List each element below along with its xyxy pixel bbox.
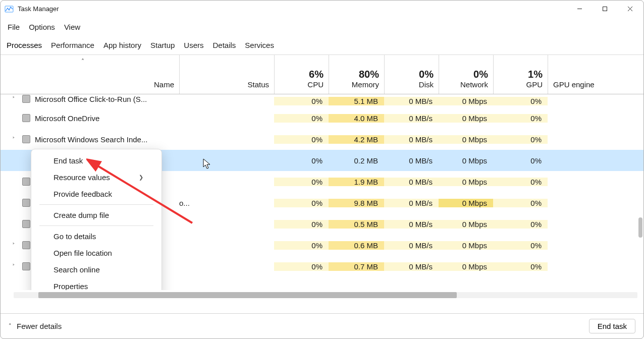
column-memory[interactable]: 80% Memory	[329, 55, 384, 94]
cell-disk: 0 MB/s	[384, 262, 439, 271]
cell-disk: 0 MB/s	[384, 135, 439, 144]
context-menu-label: Search online	[53, 265, 100, 274]
cell-mem: 0.5 MB	[329, 220, 384, 229]
cell-gpu: 0%	[493, 135, 548, 144]
process-icon	[22, 114, 31, 123]
column-gpu[interactable]: 1% GPU	[493, 55, 548, 94]
process-icon	[22, 241, 31, 250]
context-menu-label: Resource values	[53, 173, 110, 182]
window-minimize-button[interactable]	[567, 1, 592, 17]
cell-mem: 9.8 MB	[329, 199, 384, 207]
context-menu-item[interactable]: Properties	[31, 278, 162, 290]
svg-rect-0	[5, 6, 13, 12]
cell-disk: 0 MB/s	[384, 241, 439, 250]
context-menu-item[interactable]: End task	[31, 152, 162, 169]
cell-cpu: 0%	[274, 178, 329, 186]
cell-disk: 0 MB/s	[384, 156, 439, 165]
cell-gpu: 0%	[493, 262, 548, 271]
gpu-engine-label: GPU engine	[553, 80, 638, 89]
process-row[interactable]: ˃Microsoft Windows Search Inde...0%4.2 M…	[1, 129, 643, 150]
process-icon	[22, 156, 31, 165]
process-list[interactable]: ˃Microsoft Office Click-to-Run (S...0%5.…	[1, 94, 643, 290]
cell-mem: 4.0 MB	[329, 114, 384, 123]
cell-disk: 0 MB/s	[384, 199, 439, 207]
tab-processes[interactable]: Processes	[7, 38, 44, 52]
cell-mem: 1.9 MB	[329, 178, 384, 186]
cell-net: 0 Mbps	[439, 178, 493, 186]
column-name[interactable]: ˄ Name	[1, 55, 179, 94]
process-icon	[22, 94, 31, 103]
cell-net: 0 Mbps	[439, 135, 493, 144]
tab-details[interactable]: Details	[211, 38, 238, 52]
network-label: Network	[444, 80, 488, 89]
cell-cpu: 0%	[274, 241, 329, 250]
end-task-button[interactable]: End task	[589, 319, 635, 333]
expand-icon[interactable]: ˃	[10, 263, 18, 270]
cell-gpu: 0%	[493, 114, 548, 123]
tab-startup[interactable]: Startup	[148, 38, 177, 52]
process-row[interactable]: Microsoft OneDrive0%4.0 MB0 MB/s0 Mbps0%	[1, 107, 643, 129]
context-menu-label: Create dump file	[53, 211, 109, 219]
expand-icon[interactable]: ˃	[10, 96, 18, 102]
tab-services[interactable]: Services	[243, 38, 276, 52]
menu-separator	[39, 225, 153, 226]
disk-pct: 0%	[390, 69, 434, 80]
network-pct: 0%	[444, 69, 488, 80]
column-status-label: Status	[247, 80, 269, 89]
process-icon	[22, 262, 31, 271]
window-maximize-button[interactable]	[592, 1, 617, 17]
column-status[interactable]: Status	[179, 55, 274, 94]
column-disk[interactable]: 0% Disk	[384, 55, 439, 94]
cell-disk: 0 MB/s	[384, 114, 439, 123]
tab-performance[interactable]: Performance	[49, 38, 96, 52]
menu-file[interactable]: File	[8, 23, 20, 31]
cell-cpu: 0%	[274, 97, 329, 105]
chevron-up-icon: ˄	[9, 323, 12, 329]
cell-mem: 4.2 MB	[329, 135, 384, 144]
context-menu: End taskResource values❯Provide feedback…	[31, 149, 162, 290]
horizontal-scrollbar-thumb[interactable]	[38, 292, 456, 298]
context-menu-item[interactable]: Open file location	[31, 245, 162, 261]
expand-icon[interactable]: ˃	[10, 136, 18, 143]
title-bar: Task Manager	[1, 1, 643, 18]
tab-bar: Processes Performance App history Startu…	[1, 36, 643, 55]
context-menu-item[interactable]: Provide feedback	[31, 186, 162, 202]
cell-cpu: 0%	[274, 114, 329, 123]
cell-net: 0 Mbps	[439, 97, 493, 105]
cell-mem: 0.6 MB	[329, 241, 384, 250]
column-gpu-engine[interactable]: GPU engine	[548, 55, 643, 94]
process-icon	[22, 177, 31, 186]
context-menu-label: Properties	[53, 282, 88, 290]
cell-gpu: 0%	[493, 97, 548, 105]
cell-mem: 0.7 MB	[329, 262, 384, 271]
cell-cpu: 0%	[274, 199, 329, 207]
context-menu-item[interactable]: Search online	[31, 261, 162, 278]
process-icon	[22, 219, 31, 229]
cell-cpu: 0%	[274, 262, 329, 271]
menu-view[interactable]: View	[64, 23, 80, 31]
process-status: o...	[179, 199, 274, 207]
fewer-details-toggle[interactable]: ˄ Fewer details	[9, 322, 62, 330]
cell-cpu: 0%	[274, 135, 329, 144]
chevron-right-icon: ❯	[139, 174, 143, 181]
tab-app-history[interactable]: App history	[101, 38, 143, 52]
cell-net: 0 Mbps	[439, 220, 493, 229]
context-menu-item[interactable]: Go to details	[31, 228, 162, 245]
window-close-button[interactable]	[617, 1, 642, 17]
column-network[interactable]: 0% Network	[439, 55, 493, 94]
horizontal-scrollbar-track[interactable]	[14, 292, 637, 298]
context-menu-item[interactable]: Create dump file	[31, 207, 162, 223]
context-menu-item[interactable]: Resource values❯	[31, 169, 162, 186]
process-icon	[22, 198, 31, 207]
process-row[interactable]: ˃Microsoft Office Click-to-Run (S...0%5.…	[1, 94, 643, 107]
context-menu-label: Provide feedback	[53, 190, 112, 198]
column-cpu[interactable]: 6% CPU	[274, 55, 329, 94]
expand-icon[interactable]: ˃	[10, 242, 18, 249]
memory-pct: 80%	[334, 69, 379, 80]
process-name: Microsoft Windows Search Inde...	[35, 135, 147, 144]
menu-options[interactable]: Options	[29, 23, 55, 31]
cell-mem: 0.2 MB	[329, 156, 384, 165]
context-menu-label: Go to details	[53, 232, 96, 241]
tab-users[interactable]: Users	[182, 38, 205, 52]
vertical-scrollbar-thumb[interactable]	[638, 217, 642, 238]
